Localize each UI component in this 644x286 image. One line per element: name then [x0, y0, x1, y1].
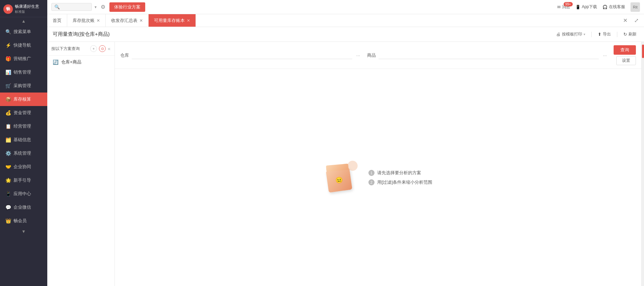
product-field: 商品 ··· [367, 52, 609, 59]
tab-label: 可用量库存账本 [154, 18, 185, 24]
customer-service-action[interactable]: 🎧 在线客服 [602, 4, 625, 10]
sidebar-item-newcomer[interactable]: 🌟 新手引导 [0, 174, 47, 187]
tab-close-icon[interactable]: ✕ [139, 19, 143, 23]
sales-icon: 📊 [5, 70, 11, 75]
tab-label: 首页 [53, 18, 61, 24]
top-bar-actions: ✉ 消息 99+ 📱 App下载 🎧 在线客服 Rit [557, 2, 640, 12]
filter-settings-btn[interactable]: ⊙ [99, 45, 106, 52]
sidebar-item-search[interactable]: 🔍 搜索菜单 [0, 25, 47, 38]
trial-btn[interactable]: 体验行业方案 [109, 2, 145, 12]
sidebar: 畅 畅康通好生意 标准版 ▲ 🔍 搜索菜单 ⚡ 快捷导航 🎁 营销推广 📊 销售… [0, 0, 47, 286]
basic-info-icon: 🗂️ [5, 137, 11, 142]
content-area: 按以下方案查询 + ⊙ « 🔄 仓库+商品 [47, 42, 644, 286]
app-center-icon: 📱 [5, 191, 11, 197]
export-btn[interactable]: ⬆ 导出 [596, 30, 613, 38]
warehouse-field: 仓库 ··· [120, 52, 362, 59]
search-chevron-icon[interactable]: ▾ [95, 5, 97, 9]
page-header-actions: 🖨 按模板打印 ▾ ⬆ 导出 ↻ 刷新 [554, 30, 639, 38]
sidebar-item-ops[interactable]: 📋 经营管理 [0, 120, 47, 133]
settings-btn[interactable]: 设置 [616, 56, 636, 65]
tab-available-ledger[interactable]: 可用量库存账本 ✕ [149, 14, 196, 27]
top-search-box[interactable]: 🔍 [51, 3, 92, 11]
scrollbar-thumb[interactable] [642, 45, 644, 58]
tab-close-icon[interactable]: ✕ [97, 19, 100, 23]
coop-icon: 🤝 [5, 164, 11, 170]
product-input[interactable] [379, 52, 599, 59]
query-actions: 查询 设置 [614, 45, 636, 65]
scroll-down-btn[interactable]: ▼ [0, 228, 47, 235]
page-title: 可用量查询(按仓库+商品) [53, 31, 110, 37]
tab-close-all-btn[interactable]: ✕ [620, 16, 630, 25]
tab-batch-account[interactable]: 库存批次账 ✕ [67, 14, 106, 27]
warehouse-input[interactable] [132, 52, 352, 59]
sidebar-item-label: 基础信息 [14, 137, 31, 143]
filter-header-label: 按以下方案查询 [51, 46, 80, 52]
print-chevron-icon: ▾ [584, 32, 585, 36]
filter-collapse-icon[interactable]: « [108, 46, 110, 51]
customer-service-icon: 🎧 [602, 5, 608, 9]
tab-label: 库存批次账 [73, 18, 95, 24]
hint-num-1: 1 [368, 170, 375, 176]
filter-add-btn[interactable]: + [90, 45, 97, 52]
tab-receive-summary[interactable]: 收发存汇总表 ✕ [106, 14, 149, 27]
query-btn[interactable]: 查询 [614, 45, 636, 55]
customer-service-label: 在线客服 [609, 4, 625, 10]
logo-name: 畅康通好生意 [15, 4, 39, 9]
tab-bar-end: ✕ ⤢ [620, 14, 644, 27]
sidebar-item-purchase[interactable]: 🛒 采购管理 [0, 79, 47, 93]
sidebar-item-marketing[interactable]: 🎁 营销推广 [0, 52, 47, 66]
sidebar-item-label: 销售管理 [14, 69, 31, 75]
divider [617, 32, 617, 37]
settings-icon: ⊙ [101, 47, 104, 51]
sidebar-item-inventory[interactable]: 📦 库存核算 [0, 93, 47, 106]
filter-item-warehouse-product[interactable]: 🔄 仓库+商品 [47, 56, 114, 69]
sidebar-nav: ▲ 🔍 搜索菜单 ⚡ 快捷导航 🎁 营销推广 📊 销售管理 🛒 采购管理 📦 库… [0, 17, 47, 286]
avatar[interactable]: Rit [630, 2, 640, 12]
warehouse-dots-btn[interactable]: ··· [355, 53, 362, 58]
scroll-up-btn[interactable]: ▲ [0, 17, 47, 25]
sidebar-item-fund[interactable]: 💰 资金管理 [0, 106, 47, 120]
message-action[interactable]: ✉ 消息 99+ [557, 4, 570, 10]
sys-icon: ⚙️ [5, 151, 11, 156]
gear-icon[interactable]: ⚙ [99, 2, 107, 11]
empty-hint-1: 1 请先选择要分析的方案 [368, 170, 432, 176]
top-search-input[interactable] [61, 5, 88, 9]
sidebar-item-basic-info[interactable]: 🗂️ 基础信息 [0, 133, 47, 147]
filter-header: 按以下方案查询 + ⊙ « [47, 42, 114, 56]
message-icon: ✉ [557, 5, 561, 9]
sidebar-item-quick-nav[interactable]: ⚡ 快捷导航 [0, 38, 47, 52]
vip-icon: 👑 [5, 218, 11, 224]
main-area: 🔍 ▾ ⚙ 体验行业方案 ✉ 消息 99+ 📱 App下载 🎧 在线客服 Rit [47, 0, 644, 286]
tab-close-icon[interactable]: ✕ [187, 19, 190, 23]
product-dots-btn[interactable]: ··· [601, 53, 608, 58]
hint-text-1: 请先选择要分析的方案 [377, 170, 421, 176]
hint-num-2: 2 [368, 179, 375, 185]
divider [591, 32, 592, 37]
fund-icon: 💰 [5, 110, 11, 115]
tab-expand-btn[interactable]: ⤢ [632, 16, 641, 25]
sidebar-item-sales[interactable]: 📊 销售管理 [0, 66, 47, 79]
print-btn[interactable]: 🖨 按模板打印 ▾ [554, 30, 587, 38]
sidebar-item-enterprise-coop[interactable]: 🤝 企业协同 [0, 160, 47, 174]
sidebar-item-app-center[interactable]: 📱 应用中心 [0, 187, 47, 201]
sidebar-item-label: 搜索菜单 [14, 29, 31, 35]
sidebar-item-sys[interactable]: ⚙️ 系统管理 [0, 147, 47, 160]
export-icon: ⬆ [598, 32, 601, 37]
search-icon: 🔍 [5, 29, 11, 34]
sidebar-item-label: 库存核算 [14, 96, 31, 102]
query-bar: 仓库 ··· 商品 ··· 查询 设置 [115, 42, 641, 69]
tab-home[interactable]: 首页 [47, 14, 67, 27]
sidebar-item-vip[interactable]: 👑 畅会员 [0, 214, 47, 228]
add-icon: + [93, 47, 95, 51]
message-badge: 99+ [564, 2, 573, 6]
sidebar-item-label: 营销推广 [14, 56, 31, 62]
sidebar-item-enterprise-wechat[interactable]: 💬 企业微信 [0, 201, 47, 214]
refresh-btn[interactable]: ↻ 刷新 [621, 30, 639, 38]
refresh-label: 刷新 [628, 31, 637, 37]
app-download-icon: 📱 [575, 5, 581, 9]
app-download-action[interactable]: 📱 App下载 [575, 4, 597, 10]
tab-bar: 首页 库存批次账 ✕ 收发存汇总表 ✕ 可用量库存账本 ✕ ✕ ⤢ [47, 14, 644, 27]
right-scrollbar [641, 42, 644, 286]
main-content: 仓库 ··· 商品 ··· 查询 设置 [115, 42, 641, 286]
filter-panel: 按以下方案查询 + ⊙ « 🔄 仓库+商品 [47, 42, 115, 286]
